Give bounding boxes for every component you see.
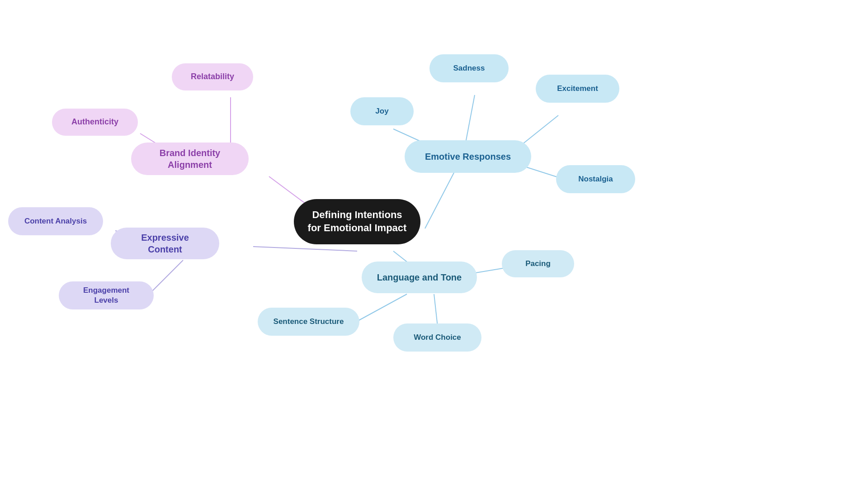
- pacing-node[interactable]: Pacing: [502, 250, 574, 277]
- expressive-content-label: Expressive Content: [123, 232, 207, 255]
- sadness-node[interactable]: Sadness: [429, 54, 509, 82]
- svg-line-8: [466, 95, 475, 143]
- svg-line-13: [357, 294, 407, 321]
- engagement-levels-label: Engagement Levels: [71, 285, 141, 305]
- word-choice-label: Word Choice: [414, 333, 461, 343]
- language-tone-label: Language and Tone: [377, 271, 462, 283]
- joy-label: Joy: [375, 106, 388, 116]
- emotive-responses-node[interactable]: Emotive Responses: [405, 140, 531, 173]
- excitement-label: Excitement: [557, 84, 598, 94]
- sentence-structure-node[interactable]: Sentence Structure: [258, 308, 359, 336]
- nostalgia-label: Nostalgia: [578, 174, 613, 184]
- relatability-node[interactable]: Relatability: [172, 63, 253, 90]
- pacing-label: Pacing: [525, 259, 551, 269]
- language-tone-node[interactable]: Language and Tone: [362, 262, 477, 293]
- engagement-levels-node[interactable]: Engagement Levels: [59, 281, 154, 309]
- word-choice-node[interactable]: Word Choice: [393, 323, 481, 352]
- relatability-label: Relatability: [191, 71, 234, 82]
- brand-identity-label: Brand Identity Alignment: [144, 147, 236, 171]
- sentence-structure-label: Sentence Structure: [274, 317, 344, 327]
- nostalgia-node[interactable]: Nostalgia: [556, 165, 635, 193]
- authenticity-label: Authenticity: [71, 117, 118, 127]
- svg-line-5: [151, 260, 183, 292]
- center-node-label: Defining Intentions for Emotional Impact: [307, 209, 408, 234]
- content-analysis-label: Content Analysis: [24, 216, 87, 226]
- center-node[interactable]: Defining Intentions for Emotional Impact: [294, 199, 420, 244]
- sadness-label: Sadness: [453, 63, 485, 73]
- emotive-responses-label: Emotive Responses: [425, 151, 511, 162]
- expressive-content-node[interactable]: Expressive Content: [111, 228, 219, 259]
- content-analysis-node[interactable]: Content Analysis: [8, 207, 103, 235]
- svg-line-6: [425, 172, 454, 228]
- joy-node[interactable]: Joy: [350, 97, 414, 125]
- authenticity-node[interactable]: Authenticity: [52, 109, 138, 136]
- svg-line-3: [253, 247, 357, 251]
- brand-identity-node[interactable]: Brand Identity Alignment: [131, 143, 249, 175]
- excitement-node[interactable]: Excitement: [536, 75, 619, 103]
